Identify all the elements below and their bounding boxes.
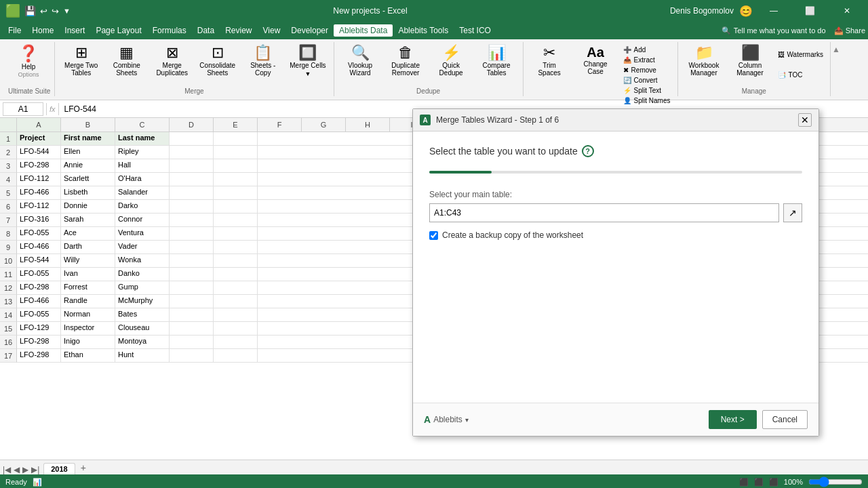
share-button[interactable]: 📤 Share (834, 26, 865, 35)
grid-cell[interactable] (214, 268, 258, 281)
split-text-button[interactable]: ⚡ Split Text (620, 85, 673, 96)
grid-cell[interactable]: Scarlett (61, 173, 115, 186)
trim-spaces-button[interactable]: ✂ Trim Spaces (528, 43, 572, 107)
grid-cell[interactable]: Ethan (61, 349, 115, 363)
grid-cell[interactable]: Forrest (61, 281, 115, 295)
grid-cell[interactable]: Bates (115, 308, 170, 322)
grid-cell[interactable] (214, 186, 258, 200)
grid-cell[interactable]: LFO-298 (17, 281, 61, 295)
combine-sheets-button[interactable]: ▦ Combine Sheets (104, 43, 149, 79)
dialog-close-button[interactable]: ✕ (798, 113, 812, 127)
grid-cell[interactable]: LFO-112 (17, 173, 61, 186)
grid-cell[interactable]: LFO-055 (17, 268, 61, 281)
grid-cell[interactable]: Danko (115, 268, 170, 281)
grid-cell[interactable] (214, 173, 258, 186)
menu-insert[interactable]: Insert (59, 24, 90, 37)
merge-cells-button[interactable]: 🔲 Merge Cells ▼ (286, 43, 329, 79)
convert-button[interactable]: 🔄 Convert (620, 75, 673, 85)
add-button[interactable]: ➕ Add (620, 45, 673, 55)
grid-cell[interactable] (170, 268, 214, 281)
quick-dedupe-button[interactable]: ⚡ Quick Dedupe (429, 43, 473, 79)
grid-cell[interactable]: LFO-316 (17, 214, 61, 227)
menu-view[interactable]: View (258, 24, 286, 37)
cell-c1[interactable]: Last name (115, 132, 170, 146)
grid-cell[interactable]: Sarah (61, 214, 115, 227)
help-button[interactable]: ❓ Help Options (8, 43, 49, 81)
grid-cell[interactable] (214, 336, 258, 349)
menu-page-layout[interactable]: Page Layout (90, 24, 146, 37)
grid-cell[interactable] (170, 159, 214, 173)
grid-cell[interactable]: LFO-466 (17, 241, 61, 254)
grid-cell[interactable] (214, 200, 258, 214)
add-sheet-button[interactable]: + (77, 461, 90, 474)
sheets-copy-button[interactable]: 📋 Sheets - Copy (241, 43, 285, 79)
grid-cell[interactable]: Lisbeth (61, 186, 115, 200)
menu-data[interactable]: Data (192, 24, 220, 37)
grid-cell[interactable]: LFO-466 (17, 186, 61, 200)
grid-cell[interactable] (170, 214, 214, 227)
sheet-nav-next[interactable]: ▶ (22, 465, 28, 474)
remove-button[interactable]: ✖ Remove (620, 65, 673, 75)
grid-cell[interactable]: McMurphy (115, 295, 170, 308)
grid-cell[interactable] (214, 241, 258, 254)
compare-tables-button[interactable]: 📊 Compare Tables (475, 43, 519, 79)
zoom-slider[interactable] (808, 476, 863, 487)
grid-cell[interactable]: Ace (61, 227, 115, 241)
grid-cell[interactable] (214, 322, 258, 336)
ribbon-collapse-button[interactable]: ▲ (831, 42, 842, 96)
extract-button[interactable]: 📤 Extract (620, 55, 673, 65)
grid-cell[interactable]: Montoya (115, 336, 170, 349)
grid-cell[interactable]: LFO-055 (17, 227, 61, 241)
grid-cell[interactable]: LFO-129 (17, 322, 61, 336)
view-layout-icon[interactable]: ⬛ (754, 478, 764, 487)
grid-cell[interactable]: Inigo (61, 336, 115, 349)
toc-button[interactable]: 📑 TOC (775, 70, 827, 80)
menu-review[interactable]: Review (220, 24, 257, 37)
search-box[interactable]: 🔍 Tell me what you want to do (722, 26, 826, 35)
ablebits-brand[interactable]: A Ablebits ▾ (424, 414, 469, 425)
grid-cell[interactable]: Wonka (115, 254, 170, 268)
grid-cell[interactable]: LFO-466 (17, 295, 61, 308)
menu-formulas[interactable]: Formulas (147, 24, 192, 37)
minimize-button[interactable]: — (758, 0, 789, 22)
redo-icon[interactable]: ↪ (52, 6, 59, 16)
grid-cell[interactable] (214, 295, 258, 308)
grid-cell[interactable] (170, 322, 214, 336)
merge-two-tables-button[interactable]: ⊞ Merge Two Tables (59, 43, 103, 79)
grid-cell[interactable] (214, 146, 258, 159)
range-picker-button[interactable]: ↗ (783, 203, 802, 222)
grid-cell[interactable] (170, 336, 214, 349)
view-normal-icon[interactable]: ⬛ (739, 478, 749, 487)
grid-cell[interactable]: Darth (61, 241, 115, 254)
menu-file[interactable]: File (3, 24, 26, 37)
menu-test-ico[interactable]: Test ICO (454, 24, 496, 37)
grid-cell[interactable]: Randle (61, 295, 115, 308)
next-button[interactable]: Next > (709, 410, 757, 429)
close-button[interactable]: ✕ (831, 0, 863, 22)
grid-cell[interactable] (170, 349, 214, 363)
sheet-nav-prev[interactable]: ◀ (14, 465, 20, 474)
undo-icon[interactable]: ↩ (40, 6, 47, 16)
grid-cell[interactable] (170, 308, 214, 322)
sheet-nav-last[interactable]: ▶| (31, 465, 39, 474)
menu-ablebits-tools[interactable]: Ablebits Tools (393, 24, 454, 37)
grid-cell[interactable]: LFO-298 (17, 336, 61, 349)
grid-cell[interactable]: Clouseau (115, 322, 170, 336)
column-manager-button[interactable]: ⬛ Column Manager (728, 43, 772, 86)
grid-cell[interactable] (214, 349, 258, 363)
grid-cell[interactable] (214, 159, 258, 173)
grid-cell[interactable]: Darko (115, 200, 170, 214)
grid-cell[interactable]: Donnie (61, 200, 115, 214)
grid-cell[interactable] (170, 173, 214, 186)
cancel-button[interactable]: Cancel (762, 410, 808, 429)
grid-cell[interactable] (170, 227, 214, 241)
workbook-manager-button[interactable]: 📁 Workbook Manager (682, 43, 726, 86)
vlookup-wizard-button[interactable]: 🔍 Vlookup Wizard (338, 43, 382, 79)
grid-cell[interactable]: LFO-544 (17, 146, 61, 159)
change-case-button[interactable]: Aa Change Case (574, 43, 618, 107)
sheet-nav-first[interactable]: |◀ (3, 465, 11, 474)
backup-checkbox[interactable] (429, 231, 438, 240)
consolidate-sheets-button[interactable]: ⊡ Consolidate Sheets (195, 43, 239, 79)
grid-cell[interactable]: Vader (115, 241, 170, 254)
maximize-button[interactable]: ⬜ (795, 0, 826, 22)
